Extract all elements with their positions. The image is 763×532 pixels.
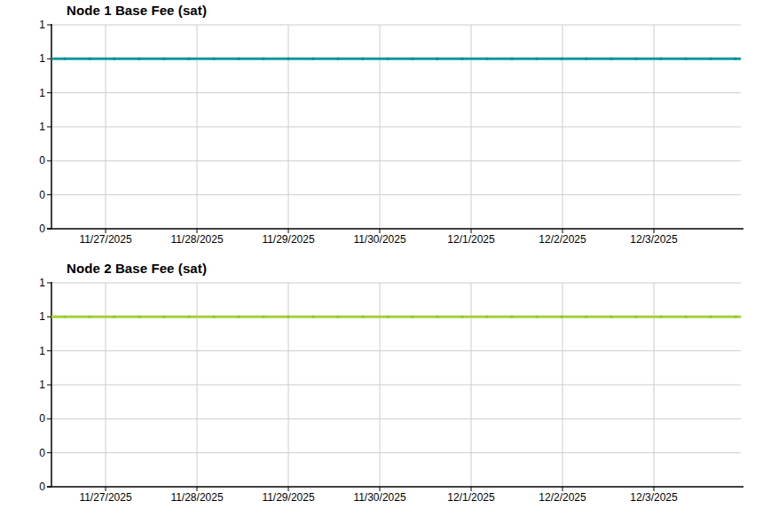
- data-point-marker: [411, 316, 414, 319]
- x-tick-label: 11/28/2025: [170, 491, 223, 504]
- data-point-marker: [485, 316, 489, 319]
- y-tick-label: 0: [39, 481, 45, 493]
- x-tick-label: 11/29/2025: [262, 491, 314, 504]
- data-point-marker: [138, 316, 141, 319]
- data-point-marker: [237, 58, 240, 61]
- line-chart-plot: 111100011/27/202511/28/202511/29/202511/…: [0, 258, 763, 515]
- data-point-marker: [287, 316, 290, 319]
- data-point-marker: [311, 58, 315, 61]
- x-tick-label: 11/29/2025: [262, 233, 314, 246]
- data-point-marker: [287, 58, 290, 61]
- data-point-marker: [436, 58, 439, 61]
- data-point-marker: [262, 316, 265, 319]
- y-tick-label: 1: [39, 277, 45, 289]
- y-tick-label: 1: [39, 345, 45, 357]
- data-point-marker: [734, 58, 737, 61]
- data-point-marker: [634, 316, 638, 319]
- data-point-marker: [585, 58, 588, 61]
- data-point-marker: [634, 58, 638, 61]
- line-chart-plot: 111100011/27/202511/28/202511/29/202511/…: [0, 0, 763, 257]
- data-point-marker: [113, 58, 116, 61]
- data-point-marker: [237, 316, 240, 319]
- data-point-marker: [659, 58, 663, 61]
- data-point-marker: [311, 316, 315, 319]
- data-point-marker: [187, 316, 191, 319]
- data-point-marker: [262, 58, 265, 61]
- data-point-marker: [138, 58, 141, 61]
- chart-node-1-base-fee: Node 1 Base Fee (sat) 111100011/27/20251…: [0, 0, 763, 257]
- y-tick-label: 1: [39, 52, 45, 65]
- data-point-marker: [560, 58, 563, 61]
- data-point-marker: [684, 58, 688, 61]
- y-tick-label: 0: [39, 154, 45, 167]
- x-tick-label: 12/3/2025: [630, 233, 678, 246]
- x-tick-label: 11/30/2025: [353, 491, 405, 504]
- x-tick-label: 12/3/2025: [630, 491, 678, 504]
- y-tick-label: 0: [39, 223, 45, 235]
- data-point-marker: [560, 316, 563, 319]
- data-point-marker: [162, 316, 166, 319]
- data-point-marker: [510, 316, 514, 319]
- x-tick-label: 12/2/2025: [539, 491, 586, 504]
- x-tick-label: 11/27/2025: [79, 233, 131, 246]
- y-tick-label: 1: [39, 87, 45, 99]
- data-point-marker: [436, 316, 439, 319]
- x-tick-label: 12/1/2025: [447, 491, 495, 504]
- data-point-marker: [510, 58, 514, 61]
- data-point-marker: [162, 58, 166, 61]
- data-point-marker: [361, 316, 365, 319]
- data-point-marker: [63, 58, 67, 61]
- data-point-marker: [709, 316, 712, 319]
- chart-node-2-base-fee: Node 2 Base Fee (sat) 111100011/27/20251…: [0, 258, 763, 515]
- data-point-marker: [411, 58, 414, 61]
- data-point-marker: [585, 316, 588, 319]
- x-tick-label: 11/28/2025: [170, 233, 223, 246]
- y-tick-label: 1: [39, 121, 45, 133]
- data-point-marker: [63, 316, 67, 319]
- data-point-marker: [336, 316, 340, 319]
- data-point-marker: [386, 58, 389, 61]
- y-tick-label: 1: [39, 379, 45, 391]
- y-tick-label: 1: [39, 19, 45, 31]
- data-point-marker: [684, 316, 688, 319]
- y-tick-label: 0: [39, 412, 45, 425]
- data-point-marker: [535, 316, 539, 319]
- data-point-marker: [709, 58, 712, 61]
- data-point-marker: [659, 316, 663, 319]
- data-point-marker: [212, 316, 216, 319]
- data-point-marker: [386, 316, 389, 319]
- data-point-marker: [460, 316, 464, 319]
- base-fee-charts-page: Node 1 Base Fee (sat) 111100011/27/20251…: [0, 0, 763, 532]
- data-point-marker: [610, 58, 613, 61]
- data-point-marker: [88, 316, 91, 319]
- x-tick-label: 12/2/2025: [539, 233, 586, 246]
- data-point-marker: [187, 58, 191, 61]
- data-point-marker: [610, 316, 613, 319]
- data-point-marker: [88, 58, 91, 61]
- x-tick-label: 11/30/2025: [353, 233, 405, 246]
- data-point-marker: [113, 316, 116, 319]
- data-point-marker: [460, 58, 464, 61]
- data-point-marker: [535, 58, 539, 61]
- data-point-marker: [336, 58, 340, 61]
- y-tick-label: 1: [39, 310, 45, 323]
- data-point-marker: [212, 58, 216, 61]
- data-point-marker: [361, 58, 365, 61]
- y-tick-label: 0: [39, 189, 45, 201]
- x-tick-label: 12/1/2025: [447, 233, 495, 246]
- data-point-marker: [734, 316, 737, 319]
- data-point-marker: [485, 58, 489, 61]
- y-tick-label: 0: [39, 447, 45, 459]
- x-tick-label: 11/27/2025: [79, 491, 131, 504]
